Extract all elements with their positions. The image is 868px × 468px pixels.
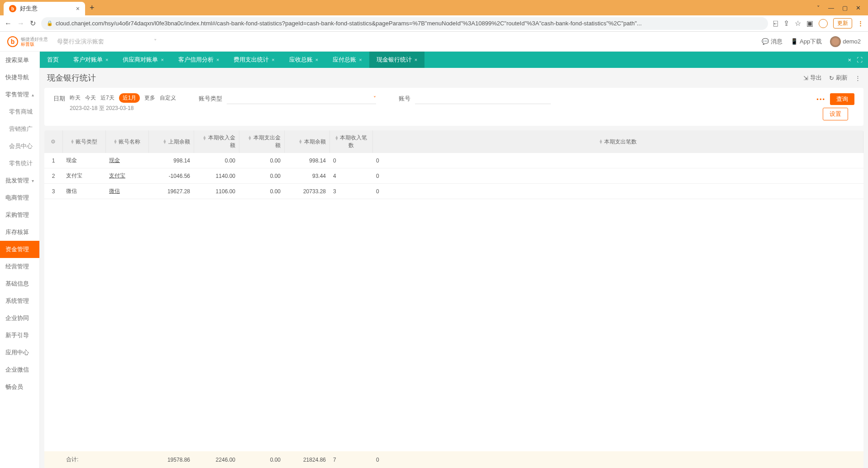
messages-button[interactable]: 💬 消息 [762, 38, 782, 46]
sidebar-item[interactable]: 畅会员 [0, 378, 39, 396]
sidebar-item-label: 电商管理 [5, 194, 29, 202]
tab-close-icon[interactable]: × [76, 5, 80, 12]
sidebar-item-label: 新手引导 [5, 331, 29, 339]
chevron-down-icon[interactable]: ˅ [817, 5, 820, 11]
bookmark-icon[interactable]: ☆ [795, 19, 801, 28]
col-income-amount[interactable]: ▲▼本期收入金额 [194, 130, 239, 153]
sidebar-item[interactable]: 企业微信 [0, 361, 39, 378]
table-footer: 合计: 19578.86 2246.00 0.00 21824.86 7 0 [44, 451, 863, 468]
profile-avatar-icon[interactable] [819, 19, 828, 28]
cell-index: 3 [44, 184, 62, 199]
sidebar-item[interactable]: 快捷导航 [0, 69, 39, 86]
sidebar-item[interactable]: 搜索菜单 [0, 52, 39, 69]
sidebar-item[interactable]: 经营管理 [0, 258, 39, 275]
sidebar-item[interactable]: 零售统计 [0, 155, 39, 172]
cell-exp-cnt: 0 [372, 184, 863, 199]
app-tab-label: 首页 [47, 56, 59, 64]
app-tab[interactable]: 应收总账× [282, 52, 325, 68]
settings-button[interactable]: 设置 [823, 108, 848, 120]
minimize-icon[interactable]: — [828, 5, 834, 11]
app-layout: 搜索菜单快捷导航零售管理▴零售商城营销推广会员中心零售统计批发管理▾电商管理采购… [0, 52, 868, 468]
tab-close-icon[interactable]: × [415, 57, 417, 62]
account-type-select[interactable]: ˅ [227, 93, 376, 104]
gear-icon[interactable]: ⚙ [51, 138, 56, 145]
chevron-down-icon: ˅ [154, 38, 157, 45]
app-download-button[interactable]: 📱 App下载 [791, 38, 822, 46]
menu-kebab-icon[interactable]: ⋮ [858, 20, 863, 27]
cell-name[interactable]: 现金 [105, 153, 148, 168]
sidebar-item[interactable]: 系统管理 [0, 292, 39, 310]
cell-name[interactable]: 支付宝 [105, 168, 148, 184]
date-option[interactable]: 近1月 [119, 93, 140, 103]
new-tab-button[interactable]: + [85, 3, 99, 13]
tenant-selector[interactable]: 母婴行业演示账套 ˅ [57, 38, 157, 46]
app-logo[interactable]: b 畅捷通好生意 标普版 [7, 36, 48, 47]
forward-icon[interactable]: → [17, 19, 24, 28]
sidebar-item[interactable]: 零售管理▴ [0, 86, 39, 103]
sidebar-item[interactable]: 零售商城 [0, 103, 39, 120]
sidebar-item[interactable]: 应用中心 [0, 344, 39, 361]
sidebar-item[interactable]: 采购管理 [0, 206, 39, 224]
app-tab[interactable]: 客户对账单× [66, 52, 115, 68]
app-tab[interactable]: 首页 [40, 52, 66, 68]
cell-inc-cnt: 0 [329, 153, 372, 168]
date-option[interactable]: 昨天 [70, 94, 81, 102]
col-expense-count[interactable]: ▲▼本期支出笔数 [372, 130, 863, 153]
tab-close-icon[interactable]: × [216, 57, 219, 62]
browser-toolbar-right: ⍇ ⇪ ☆ ▣ 更新 ⋮ [773, 18, 863, 29]
app-tab[interactable]: 现金银行统计× [369, 52, 424, 68]
close-icon[interactable]: ✕ [856, 5, 861, 11]
date-option[interactable]: 近7天 [100, 94, 114, 102]
col-account-name[interactable]: ▲▼账号名称 [105, 130, 148, 153]
sidebar-item[interactable]: 电商管理 [0, 189, 39, 206]
col-income-count[interactable]: ▲▼本期收入笔数 [329, 130, 372, 153]
sidebar-item[interactable]: 新手引导 [0, 327, 39, 344]
col-prev-balance[interactable]: ▲▼上期余额 [148, 130, 194, 153]
more-filters-icon[interactable]: ••• [816, 96, 825, 103]
date-option[interactable]: 自定义 [160, 94, 176, 102]
tab-close-icon[interactable]: × [161, 57, 163, 62]
sidebar-item[interactable]: 基础信息 [0, 275, 39, 292]
fullscreen-icon[interactable]: ⛶ [857, 57, 863, 63]
query-button[interactable]: 查询 [830, 93, 854, 105]
update-button[interactable]: 更新 [833, 18, 852, 29]
close-all-icon[interactable]: × [848, 57, 851, 63]
gear-header[interactable]: ⚙ [44, 130, 62, 153]
maximize-icon[interactable]: ▢ [842, 5, 848, 11]
user-menu[interactable]: demo2 [830, 36, 861, 47]
url-bar[interactable]: 🔒 cloud.chanjet.com/hsy/u4o6r74daqxn/l0f… [41, 17, 768, 30]
sidebar-item[interactable]: 会员中心 [0, 138, 39, 155]
app-tab[interactable]: 应付总账× [325, 52, 369, 68]
more-button[interactable]: ⋮ [855, 74, 861, 82]
export-button[interactable]: ⇲ 导出 [803, 74, 822, 82]
cell-name[interactable]: 微信 [105, 184, 148, 199]
tab-close-icon[interactable]: × [315, 57, 318, 62]
share-icon[interactable]: ⇪ [783, 19, 789, 28]
date-option[interactable]: 更多 [144, 94, 155, 102]
sidebar-item[interactable]: 库存核算 [0, 224, 39, 241]
sidebar-item[interactable]: 批发管理▾ [0, 172, 39, 189]
tab-close-icon[interactable]: × [359, 57, 362, 62]
cell-balance: 93.44 [284, 168, 329, 184]
app-tab[interactable]: 客户信用分析× [171, 52, 226, 68]
browser-tab[interactable]: b 好生意 × [4, 2, 85, 15]
reload-icon[interactable]: ↻ [30, 19, 36, 28]
date-option[interactable]: 今天 [85, 94, 96, 102]
account-input[interactable] [415, 93, 551, 104]
extensions-icon[interactable]: ▣ [806, 19, 813, 28]
sidebar-item[interactable]: 营销推广 [0, 120, 39, 138]
app-tab[interactable]: 供应商对账单× [115, 52, 171, 68]
footer-label: 合计: [62, 451, 105, 468]
refresh-button[interactable]: ↻ 刷新 [829, 74, 848, 82]
back-icon[interactable]: ← [5, 19, 12, 28]
tab-close-icon[interactable]: × [105, 57, 108, 62]
app-tab[interactable]: 费用支出统计× [226, 52, 281, 68]
sidebar-item[interactable]: 企业协同 [0, 310, 39, 327]
install-icon[interactable]: ⍇ [773, 19, 778, 28]
sidebar-item[interactable]: 资金管理 [0, 241, 39, 258]
tab-close-icon[interactable]: × [272, 57, 274, 62]
col-expense-amount[interactable]: ▲▼本期支出金额 [239, 130, 284, 153]
col-account-type[interactable]: ▲▼账号类型 [62, 130, 105, 153]
col-balance[interactable]: ▲▼本期余额 [284, 130, 329, 153]
refresh-label: 刷新 [836, 74, 848, 82]
